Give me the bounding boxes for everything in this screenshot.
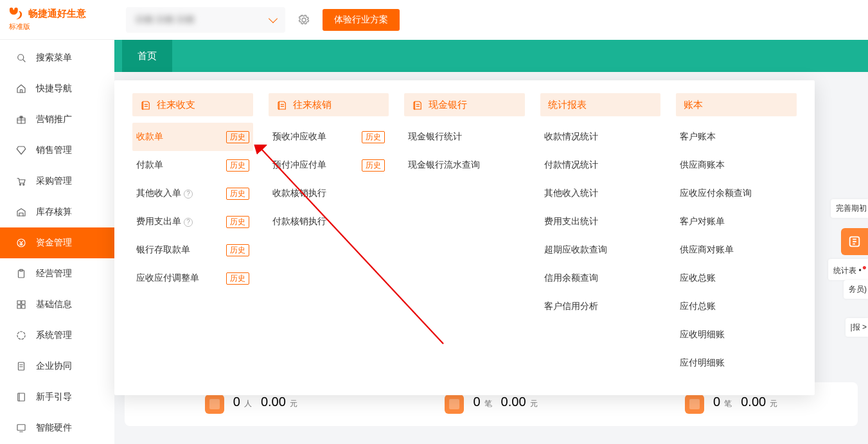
mega-item-0-5[interactable]: 应收应付调整单历史 bbox=[132, 264, 253, 292]
stat-b: 0 笔 0.00 元 bbox=[445, 395, 537, 414]
help-icon: ? bbox=[184, 190, 193, 199]
funds-mega-menu: 往来收支收款单历史付款单历史其他收入单?历史费用支出单?历史银行存取款单历史应收… bbox=[114, 80, 815, 395]
mega-item-4-8[interactable]: 应付明细账 bbox=[676, 349, 797, 377]
mega-item-4-0[interactable]: 客户账本 bbox=[676, 123, 797, 151]
mega-item-4-7[interactable]: 应收明细账 bbox=[676, 321, 797, 349]
mega-item-3-4[interactable]: 超期应收款查询 bbox=[540, 236, 661, 264]
history-tag[interactable]: 历史 bbox=[226, 216, 249, 228]
svg-point-14 bbox=[17, 332, 25, 339]
mega-item-2-1[interactable]: 现金银行流水查询 bbox=[404, 151, 525, 179]
mega-column-4: 账本客户账本供应商账本应收应付余额查询客户对账单供应商对账单应收总账应付总账应收… bbox=[668, 93, 804, 382]
stat-c-num: 0 bbox=[713, 395, 720, 409]
nav-item-11[interactable]: 新手引导 bbox=[0, 382, 114, 413]
org-selector[interactable]: 示例 示例 示例 bbox=[126, 7, 285, 33]
mega-item-label: 应收应付余额查询 bbox=[680, 188, 752, 199]
help-icon: ? bbox=[184, 218, 193, 227]
nav-item-10[interactable]: 企业协同 bbox=[0, 351, 114, 382]
mega-item-4-1[interactable]: 供应商账本 bbox=[676, 151, 797, 179]
history-tag[interactable]: 历史 bbox=[362, 131, 385, 143]
history-tag[interactable]: 历史 bbox=[226, 244, 249, 256]
mega-item-1-2[interactable]: 收款核销执行 bbox=[269, 179, 389, 208]
nav-item-2[interactable]: 营销推广 bbox=[0, 104, 114, 135]
mega-item-4-5[interactable]: 应收总账 bbox=[676, 264, 797, 292]
grid-icon bbox=[15, 299, 27, 310]
stat-b-currency: 元 bbox=[530, 398, 538, 409]
mega-item-label: 收款核销执行 bbox=[272, 188, 326, 199]
mega-item-4-3[interactable]: 客户对账单 bbox=[676, 208, 797, 236]
nav-item-1[interactable]: 快捷导航 bbox=[0, 73, 114, 104]
mega-item-0-2[interactable]: 其他收入单?历史 bbox=[132, 179, 253, 208]
stat-c: 0 笔 0.00 元 bbox=[685, 395, 777, 414]
mega-item-label: 其他收入统计 bbox=[544, 188, 598, 199]
nav-item-4[interactable]: 采购管理 bbox=[0, 166, 114, 197]
mega-item-label: 银行存取款单 bbox=[136, 244, 190, 256]
history-tag[interactable]: 历史 bbox=[226, 272, 249, 285]
mega-item-2-0[interactable]: 现金银行统计 bbox=[404, 123, 525, 151]
nav-item-12[interactable]: 智能硬件 bbox=[0, 413, 114, 443]
mega-item-1-0[interactable]: 预收冲应收单历史 bbox=[269, 123, 389, 151]
right-shortcut-report[interactable]: |报 > bbox=[846, 318, 868, 337]
tv-icon bbox=[15, 422, 27, 434]
mega-item-label: 现金银行统计 bbox=[408, 131, 462, 143]
svg-point-6 bbox=[23, 184, 24, 185]
mega-column-1: 往来核销预收冲应收单历史预付冲应付单历史收款核销执行付款核销执行 bbox=[261, 93, 397, 382]
brand-subtitle: 标准版 bbox=[9, 22, 105, 31]
mega-item-0-0[interactable]: 收款单历史 bbox=[132, 123, 253, 151]
mega-item-3-5[interactable]: 信用余额查询 bbox=[540, 264, 661, 292]
nav-item-label: 搜索菜单 bbox=[36, 52, 72, 64]
mega-item-3-0[interactable]: 收款情况统计 bbox=[540, 123, 661, 151]
mega-item-0-3[interactable]: 费用支出单?历史 bbox=[132, 208, 253, 236]
stat-b-amount: 0.00 bbox=[501, 395, 526, 409]
mega-item-3-1[interactable]: 付款情况统计 bbox=[540, 151, 661, 179]
mega-item-4-4[interactable]: 供应商对账单 bbox=[676, 236, 797, 264]
brand-logo-icon bbox=[9, 6, 23, 21]
svg-rect-23 bbox=[209, 399, 220, 409]
mega-item-3-6[interactable]: 客户信用分析 bbox=[540, 292, 661, 321]
history-tag[interactable]: 历史 bbox=[226, 159, 249, 172]
history-tag[interactable]: 历史 bbox=[362, 159, 385, 172]
mega-column-title: 现金银行 bbox=[429, 99, 467, 111]
nav-item-3[interactable]: 销售管理 bbox=[0, 135, 114, 166]
mega-item-label: 客户对账单 bbox=[680, 216, 725, 227]
mega-item-3-3[interactable]: 费用支出统计 bbox=[540, 208, 661, 236]
mega-item-1-3[interactable]: 付款核销执行 bbox=[269, 208, 389, 236]
gift-icon bbox=[15, 114, 27, 125]
nav-item-0[interactable]: 搜索菜单 bbox=[0, 42, 114, 73]
nav-item-label: 经营管理 bbox=[36, 268, 72, 280]
stat-a-icon bbox=[205, 395, 224, 414]
nav-item-8[interactable]: 基础信息 bbox=[0, 289, 114, 320]
mega-item-1-1[interactable]: 预付冲应付单历史 bbox=[269, 151, 389, 179]
nav-item-9[interactable]: 系统管理 bbox=[0, 320, 114, 351]
nav-item-6[interactable]: 资金管理 bbox=[0, 227, 114, 258]
nav-item-label: 资金管理 bbox=[36, 237, 72, 249]
mega-item-0-4[interactable]: 银行存取款单历史 bbox=[132, 236, 253, 264]
mega-item-label: 应收应付调整单 bbox=[136, 272, 199, 284]
right-shortcut-staff[interactable]: 务员) bbox=[844, 280, 868, 299]
mega-item-label: 费用支出单? bbox=[136, 216, 193, 227]
tab-home[interactable]: 首页 bbox=[122, 40, 172, 72]
mega-item-label: 应付明细账 bbox=[680, 357, 725, 369]
warehouse-icon bbox=[15, 206, 27, 218]
right-shortcut-stats[interactable]: 统计表 •● bbox=[828, 259, 868, 280]
mega-item-3-2[interactable]: 其他收入统计 bbox=[540, 179, 661, 208]
history-tag[interactable]: 历史 bbox=[226, 188, 249, 200]
mega-item-label: 预收冲应收单 bbox=[272, 131, 326, 143]
svg-rect-24 bbox=[449, 399, 459, 409]
mega-item-4-2[interactable]: 应收应付余额查询 bbox=[676, 179, 797, 208]
home-icon bbox=[15, 83, 27, 94]
nav-item-label: 企业协同 bbox=[36, 360, 72, 372]
nav-item-label: 智能硬件 bbox=[36, 422, 72, 434]
chevron-down-icon bbox=[269, 14, 278, 23]
mega-item-4-6[interactable]: 应付总账 bbox=[676, 292, 797, 321]
experience-plan-button[interactable]: 体验行业方案 bbox=[323, 9, 400, 31]
nav-item-7[interactable]: 经营管理 bbox=[0, 258, 114, 289]
right-badge-icon[interactable] bbox=[841, 228, 868, 255]
mega-item-label: 供应商对账单 bbox=[680, 244, 734, 256]
mega-item-label: 应收总账 bbox=[680, 272, 716, 284]
history-tag[interactable]: 历史 bbox=[226, 131, 249, 143]
right-shortcut-setup[interactable]: 完善期初 bbox=[831, 199, 868, 218]
mega-item-0-1[interactable]: 付款单历史 bbox=[132, 151, 253, 179]
svg-rect-10 bbox=[17, 301, 21, 304]
settings-button[interactable] bbox=[294, 10, 314, 30]
nav-item-5[interactable]: 库存核算 bbox=[0, 197, 114, 227]
